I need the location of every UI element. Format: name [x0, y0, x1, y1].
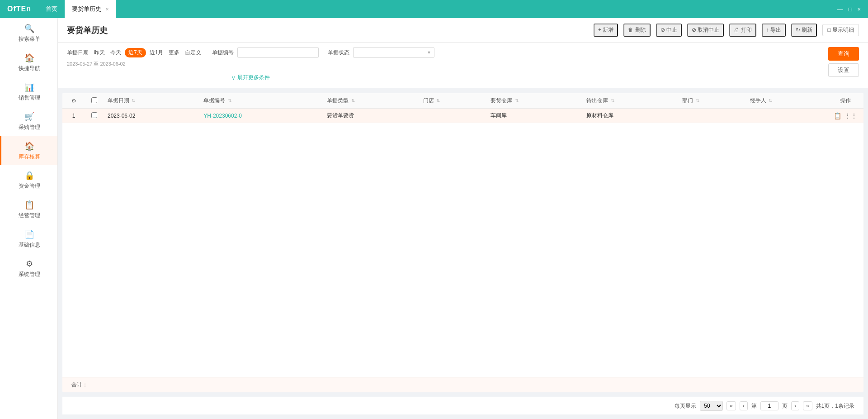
setting-button[interactable]: 设置	[828, 63, 859, 77]
row-store	[419, 109, 486, 123]
sort-icon-handler[interactable]: ⇅	[769, 98, 772, 103]
filter-area: 单据日期 昨天 今天 近7天 近1月 更多 自定义 单据编号	[58, 43, 868, 88]
th-handler: 经手人 ⇅	[745, 93, 827, 109]
sidebar-item-finance-mgmt-label: 资金管理	[19, 182, 40, 190]
page-title-row: 要货单历史 + 新增 🗑 删除 ⊘ 中止 ⊘ 取消中止 🖨 打印 ↑ 导出 ↻ …	[67, 24, 859, 37]
content-area: 要货单历史 + 新增 🗑 删除 ⊘ 中止 ⊘ 取消中止 🖨 打印 ↑ 导出 ↻ …	[58, 18, 868, 419]
row-req-warehouse: 车间库	[486, 109, 582, 123]
total-info: 共1页，1条记录	[816, 402, 854, 410]
row-check	[85, 109, 103, 123]
refresh-button[interactable]: ↻ 刷新	[791, 24, 817, 37]
summary-label: 合计：	[71, 381, 88, 388]
sidebar-item-ops-mgmt[interactable]: 📋 经营管理	[0, 195, 57, 224]
page-unit: 页	[782, 402, 788, 410]
page-number-input[interactable]	[760, 401, 778, 410]
sidebar-item-basic-info[interactable]: 📄 基础信息	[0, 224, 57, 253]
window-maximize[interactable]: □	[849, 6, 852, 13]
th-order-type-label: 单据类型	[327, 97, 349, 104]
expand-more-icon: ∨	[231, 75, 236, 81]
new-button[interactable]: + 新增	[594, 24, 618, 37]
sidebar-item-system-mgmt[interactable]: ⚙ 系统管理	[0, 253, 57, 283]
stop-button[interactable]: ⊘ 中止	[656, 24, 682, 37]
current-page-label: 第	[751, 402, 757, 410]
op-more-icon[interactable]: ⋮⋮	[844, 111, 858, 120]
sidebar-item-finance-mgmt[interactable]: 🔒 资金管理	[0, 165, 57, 195]
sidebar-item-search-menu[interactable]: 🔍 搜索菜单	[0, 18, 57, 48]
table-header-row: ⚙ 单据日期 ⇅ 单据编号 ⇅	[62, 93, 863, 109]
sidebar-item-inventory-label: 库存核算	[19, 153, 40, 161]
status-select[interactable]	[353, 47, 434, 58]
sidebar-item-inventory[interactable]: 🏠 库存核算	[0, 136, 57, 165]
sidebar-item-ops-mgmt-label: 经营管理	[19, 212, 40, 219]
inventory-icon: 🏠	[24, 142, 34, 150]
display-detail-button[interactable]: □ 显示明细	[822, 24, 859, 36]
settings-icon[interactable]: ⚙	[71, 98, 76, 104]
th-store-label: 门店	[423, 97, 434, 104]
col-settings: ⚙	[62, 93, 85, 109]
window-minimize[interactable]: —	[837, 6, 843, 13]
col-check	[85, 93, 103, 109]
date-shortcut-1month[interactable]: 近1月	[148, 48, 165, 57]
top-bar-tabs: 首页 要货单历史 ×	[38, 0, 116, 18]
status-label: 单据状态	[328, 49, 349, 57]
sort-icon-req-warehouse[interactable]: ⇅	[515, 98, 519, 103]
date-shortcut-custom[interactable]: 自定义	[183, 48, 203, 57]
window-close[interactable]: ×	[857, 6, 861, 13]
cancel-stop-button[interactable]: ⊘ 取消中止	[687, 24, 724, 37]
page-size-select[interactable]: 50 20 100	[700, 401, 723, 411]
op-view-icon[interactable]: 📋	[833, 111, 842, 120]
filter-group-status: 单据状态	[328, 47, 434, 58]
th-handler-label: 经手人	[750, 97, 766, 104]
row-order-type: 要货单要货	[322, 109, 418, 123]
sort-icon-order-no[interactable]: ⇅	[228, 98, 231, 103]
select-all-checkbox[interactable]	[91, 97, 97, 103]
toolbar: + 新增 🗑 删除 ⊘ 中止 ⊘ 取消中止 🖨 打印 ↑ 导出 ↻ 刷新 □ 显…	[594, 24, 859, 37]
th-req-warehouse-label: 要货仓库	[491, 97, 512, 104]
row-order-no-link[interactable]: YH-20230602-0	[203, 113, 242, 119]
th-req-warehouse: 要货仓库 ⇅	[486, 93, 582, 109]
sidebar-item-quick-nav[interactable]: 🏠 快捷导航	[0, 48, 57, 77]
quick-nav-icon: 🏠	[24, 54, 34, 62]
row-checkbox[interactable]	[91, 112, 97, 118]
table-wrapper: ⚙ 单据日期 ⇅ 单据编号 ⇅	[62, 93, 863, 392]
next-page-button[interactable]: ›	[791, 401, 799, 410]
sort-icon-date[interactable]: ⇅	[132, 98, 135, 103]
query-button[interactable]: 查询	[828, 47, 859, 61]
date-shortcut-today[interactable]: 今天	[108, 48, 123, 57]
tab-order-history-close[interactable]: ×	[106, 6, 108, 12]
date-range-display: 2023-05-27 至 2023-06-02	[67, 61, 434, 67]
first-page-button[interactable]: «	[726, 401, 736, 410]
date-shortcuts: 昨天 今天 近7天 近1月 更多 自定义	[92, 48, 203, 57]
date-shortcut-7days[interactable]: 近7天	[125, 48, 146, 57]
date-shortcut-more[interactable]: 更多	[167, 48, 181, 57]
sort-icon-order-type[interactable]: ⇅	[351, 98, 355, 103]
order-no-input[interactable]	[237, 47, 319, 58]
last-page-button[interactable]: »	[803, 401, 812, 410]
sidebar-item-sales-mgmt[interactable]: 📊 销售管理	[0, 77, 57, 106]
filter-actions: 查询 设置	[828, 47, 859, 77]
print-button[interactable]: 🖨 打印	[729, 24, 756, 37]
th-date: 单据日期 ⇅	[103, 93, 199, 109]
th-pending-warehouse: 待出仓库 ⇅	[582, 93, 678, 109]
order-no-label: 单据编号	[212, 49, 234, 57]
expand-more-button[interactable]: ∨ 展开更多条件	[67, 72, 434, 83]
sort-icon-store[interactable]: ⇅	[436, 98, 440, 103]
row-dept	[678, 109, 745, 123]
row-date: 2023-06-02	[103, 109, 199, 123]
date-shortcut-yesterday[interactable]: 昨天	[92, 48, 107, 57]
th-date-label: 单据日期	[108, 97, 129, 104]
ops-mgmt-icon: 📋	[24, 201, 34, 209]
sort-icon-pending-warehouse[interactable]: ⇅	[611, 98, 614, 103]
th-pending-warehouse-label: 待出仓库	[586, 97, 608, 104]
delete-button[interactable]: 🗑 删除	[623, 24, 650, 37]
prev-page-button[interactable]: ‹	[740, 401, 748, 410]
export-button[interactable]: ↑ 导出	[762, 24, 786, 37]
table-row: 1 2023-06-02 YH-20230602-0 要货单要货 车间库 原材料…	[62, 109, 863, 123]
search-menu-icon: 🔍	[24, 24, 34, 33]
sidebar-item-purchase-mgmt[interactable]: 🛒 采购管理	[0, 106, 57, 136]
row-ops: 📋 ⋮⋮	[827, 109, 863, 123]
tab-home[interactable]: 首页	[38, 0, 65, 18]
tab-order-history[interactable]: 要货单历史 ×	[65, 0, 116, 18]
th-ops: 操作	[827, 93, 863, 109]
sort-icon-dept[interactable]: ⇅	[696, 98, 699, 103]
